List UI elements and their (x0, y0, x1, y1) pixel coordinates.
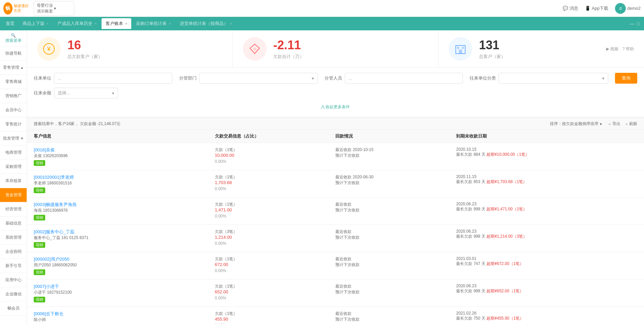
filter-select-category[interactable]: ▾ (499, 73, 608, 84)
arrow-icon: ▲ (20, 66, 24, 69)
filter-section: 往来单位 ... 分管部门 ▾ 分管人员 ... (27, 68, 644, 117)
content-area: ¥ 16 总欠款客户（家） ◇ -2.11 欠款合计（万） (27, 30, 644, 324)
sidebar-item-retail-stats[interactable]: 零售统计 (0, 117, 27, 131)
dropdown-arrow-icon: ▾ (54, 6, 71, 11)
sidebar-item-retail-mgmt[interactable]: 零售管理 ▲ (0, 61, 27, 75)
debt-amount: 10,000.00 (215, 153, 336, 158)
filter-select-department[interactable]: ▾ (199, 73, 318, 84)
sidebar-item-batch-mgmt[interactable]: 批发管理 ▼ (0, 131, 27, 146)
collection-cell: 最近收款 2020-10-15 预计下次收款 (335, 147, 456, 158)
tab-close-icon[interactable]: × (169, 22, 171, 26)
message-btn[interactable]: 💬 消息 (563, 5, 578, 11)
tab-close-icon[interactable]: × (230, 22, 232, 26)
collection-cell: 最近收款 预计下次收款 (335, 311, 456, 322)
customer-name[interactable]: [0007]小进千 (34, 284, 215, 290)
app-download-btn[interactable]: 📱 App下载 (585, 5, 608, 11)
overdue-link[interactable]: 超期¥1,703.68（1笔） (486, 179, 527, 184)
tab-products[interactable]: 商品上下架 × (19, 18, 53, 29)
tab-inbound-stats[interactable]: 进货单统计表（按商品） × (176, 18, 236, 29)
debt-amount: 455.90 (215, 317, 336, 322)
overdue-link[interactable]: 超期¥1,214.00（3笔） (486, 234, 527, 239)
debt-amount: 1,214.00 (215, 235, 336, 240)
collection-cell: 最近收款 预计下次收款 (335, 256, 456, 268)
total-debt-label: 欠款合计（万） (273, 54, 304, 60)
tab-purchase-order[interactable]: 采购订单统计表 × (132, 18, 175, 29)
sidebar-item-wechat[interactable]: 企业微信 (0, 287, 27, 301)
table-row: [0002]服务中心_丁磊 服务中心_丁磊 181 0125 8371 现销 欠… (27, 225, 644, 252)
collection-cell: 最近收款 预计下次收款 (335, 284, 456, 295)
debt-info-cell: 欠款（1笔） 1,471.00 0.00% (215, 202, 336, 218)
sidebar-item-apps[interactable]: 应用中心 (0, 273, 27, 287)
maximize-icon[interactable]: □ (637, 21, 640, 26)
collapse-filter-btn[interactable]: ⋀ 收起更多条件 (34, 102, 637, 112)
search-button[interactable]: 查询 (615, 73, 637, 84)
sidebar-item-marketing[interactable]: 营销推广 (0, 89, 27, 103)
overdue-link[interactable]: 超期¥1,471.00（1笔） (486, 207, 527, 211)
phone-icon: 📱 (585, 6, 590, 11)
customer-info-cell: [0016]吴俊 吴俊 13026203696 现销 (34, 147, 215, 166)
tab-close-icon[interactable]: × (94, 22, 96, 26)
export-btn[interactable]: ○ 导出 (609, 121, 620, 127)
debtor-value: 16 (67, 38, 103, 52)
tab-production[interactable]: 产成品入库单历史 × (53, 18, 101, 29)
overdue-link[interactable]: 超期¥652.00（1笔） (486, 289, 524, 293)
sidebar-item-capital[interactable]: 资金管理 (0, 188, 27, 202)
summary-card-total-debt: ◇ -2.11 欠款合计（万） (233, 30, 439, 67)
table-row: [0007]小进千 小进千 18279152100 现销 欠款（1笔） 652.… (27, 279, 644, 307)
store-selector[interactable]: 母婴行业演示账套 ▾ (34, 1, 74, 16)
collection-cell: 最近收款 2020-06-30 预计下次收款 (335, 174, 456, 186)
overdue-link[interactable]: 超期¥455.90（1笔） (486, 316, 524, 321)
sidebar-item-inventory[interactable]: 库存核算 (0, 174, 27, 188)
refresh-btn[interactable]: ○ 刷新 (625, 121, 637, 127)
tab-close-icon[interactable]: × (125, 22, 127, 26)
video-btn[interactable]: ▶ 视频 (606, 46, 618, 52)
sidebar-item-quick-nav[interactable]: 快捷导航 (0, 47, 27, 61)
sort-button[interactable]: 排序：按欠款金额倒序排序 ▾ (550, 121, 602, 127)
sidebar-item-member[interactable]: 会员中心 (0, 103, 27, 117)
sidebar-item-system[interactable]: 系统管理 (0, 231, 27, 245)
sidebar-item-operations[interactable]: 经营管理 (0, 202, 27, 216)
minimize-icon[interactable]: — (630, 21, 634, 26)
tab-home[interactable]: 首页 (2, 21, 19, 27)
filter-row-1: 往来单位 ... 分管部门 ▾ 分管人员 ... (34, 73, 637, 84)
customer-name[interactable]: [000002]用户2050 (34, 256, 215, 262)
sidebar-item-basic-info[interactable]: 基础信息 (0, 216, 27, 231)
results-summary: 搜索结果中，客户16家， 欠款金额 -21,148.07元 (34, 121, 120, 127)
sidebar-search[interactable]: 🔍 搜索菜单 (0, 30, 27, 47)
customer-info-cell: [0002]服务中心_丁磊 服务中心_丁磊 181 0125 8371 现销 (34, 229, 215, 248)
sidebar-item-ecommerce[interactable]: 电商管理 (0, 146, 27, 160)
table-row: [0006]去下粮仓 陈小帅 现销 欠款（1笔） 455.90 0.00% 最近… (27, 307, 644, 324)
video-icon: ▶ (606, 47, 609, 51)
sidebar-item-retail-store[interactable]: 零售商城 (0, 75, 27, 89)
dropdown-arrow-icon: ▾ (112, 91, 114, 96)
filter-input-supplier[interactable]: ... (54, 73, 172, 84)
due-date-cell: 2020.06.23 最长欠款 998 天 超期¥652.00（1笔） (456, 284, 637, 294)
card-content-total-debt: -2.11 欠款合计（万） (273, 38, 304, 60)
sidebar-item-purchase[interactable]: 采购管理 (0, 160, 27, 174)
sidebar-item-enterprise[interactable]: 企业协同 (0, 245, 27, 259)
user-menu[interactable]: d demo2 (615, 3, 641, 14)
tab-close-icon[interactable]: × (47, 22, 49, 26)
customer-name[interactable]: [0003]畅捷服务尹海燕 (34, 202, 215, 208)
sidebar-item-guide[interactable]: 新手引导 (0, 259, 27, 273)
table-row: [0016]吴俊 吴俊 13026203696 现销 欠款（1笔） 10,000… (27, 143, 644, 170)
overdue-link[interactable]: 超期¥10,000.00（1笔） (486, 152, 529, 157)
tab-customer-account[interactable]: 客户账本 × (102, 18, 131, 29)
customer-name[interactable]: [0006]去下粮仓 (34, 311, 215, 317)
overdue-link[interactable]: 超期¥672.00（1笔） (486, 261, 524, 266)
help-btn[interactable]: ? 帮助 (622, 46, 634, 52)
customer-phone: 小进千 18279152100 (34, 290, 215, 295)
status-badge: 现销 (34, 242, 45, 248)
sidebar-item-vip[interactable]: 畅会员 (0, 301, 27, 316)
customer-name[interactable]: [0001020001]李老师 (34, 174, 215, 180)
filter-select-balance[interactable]: 选择... ▾ (54, 88, 118, 98)
table-row: [000002]用户2050 用户2050 18665062050 现销 欠款（… (27, 252, 644, 279)
dropdown-arrow-icon: ▾ (312, 76, 314, 81)
debt-amount: 652.00 (215, 289, 336, 294)
collection-cell: 最近收款 预计下次收款 (335, 202, 456, 213)
filter-placeholder-supplier: ... (58, 76, 61, 81)
filter-input-manager[interactable]: ... (345, 73, 463, 84)
filter-row-2: 往来余额 选择... ▾ (34, 88, 637, 98)
customer-name[interactable]: [0016]吴俊 (34, 147, 215, 153)
customer-name[interactable]: [0002]服务中心_丁磊 (34, 229, 215, 235)
